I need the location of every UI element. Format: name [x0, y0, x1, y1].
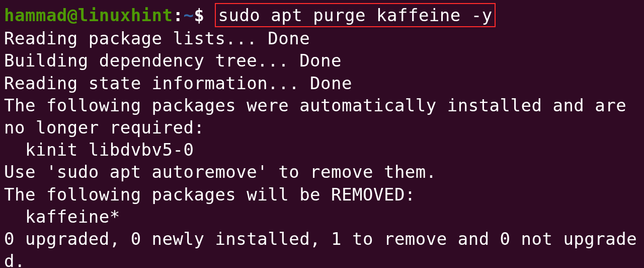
output-line-7: The following packages will be REMOVED:	[4, 183, 640, 206]
output-line-9: 0 upgraded, 0 newly installed, 1 to remo…	[4, 228, 640, 268]
output-line-3: Reading state information... Done	[4, 72, 640, 94]
output-line-2: Building dependency tree... Done	[4, 49, 640, 72]
prompt-user-host: hammad@linuxhint	[4, 5, 173, 25]
output-line-5: kinit libdvbv5-0	[4, 139, 640, 161]
command-text: sudo apt purge kaffeine -y	[215, 3, 495, 27]
output-line-8: kaffeine*	[4, 206, 640, 228]
output-line-4: The following packages were automaticall…	[4, 94, 640, 139]
prompt-colon: :	[173, 5, 184, 25]
prompt-line[interactable]: hammad@linuxhint:~$ sudo apt purge kaffe…	[4, 3, 640, 27]
output-line-1: Reading package lists... Done	[4, 27, 640, 49]
prompt-dollar: $	[194, 5, 204, 25]
prompt-path: ~	[184, 5, 194, 25]
output-line-6: Use 'sudo apt autoremove' to remove them…	[4, 161, 640, 183]
